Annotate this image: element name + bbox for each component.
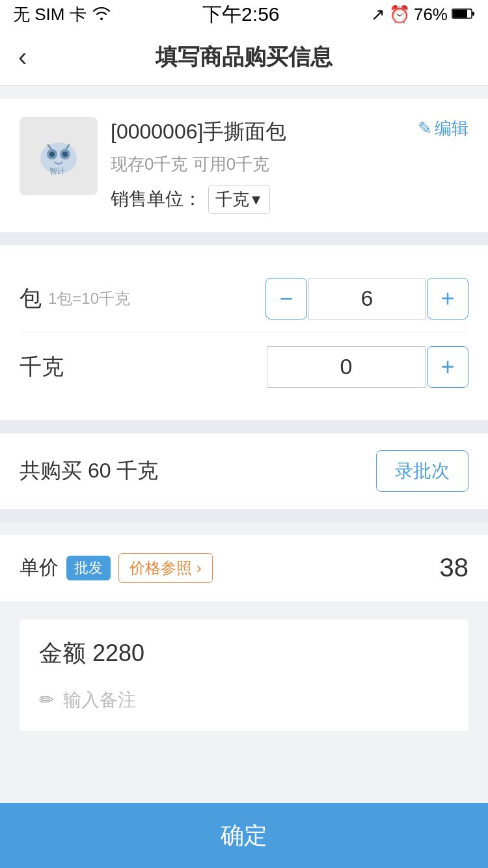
svg-rect-1 xyxy=(453,10,467,18)
kg-controls: + xyxy=(267,346,468,388)
battery-icon xyxy=(452,5,475,25)
confirm-button[interactable]: 确定 xyxy=(0,803,488,868)
price-ref-button[interactable]: 价格参照 › xyxy=(118,553,213,583)
dropdown-icon: ▾ xyxy=(252,189,260,210)
product-name: [0000006]手撕面包 xyxy=(111,117,468,146)
alarm-icon: ⏰ xyxy=(389,5,410,25)
svg-rect-2 xyxy=(472,12,474,16)
section-divider-1 xyxy=(0,232,488,245)
product-card: 智计 [0000006]手撕面包 现存0千克 可用0千克 销售单位： 千克 ▾ … xyxy=(0,99,488,232)
status-left: 无 SIM 卡 xyxy=(13,3,111,26)
bag-minus-button[interactable]: − xyxy=(265,278,307,319)
kg-input-row: 千克 + xyxy=(20,333,468,401)
product-unit-row: 销售单位： 千克 ▾ xyxy=(111,185,468,214)
price-row: 单价 批发 价格参照 › 38 xyxy=(20,553,468,583)
edit-button[interactable]: ✎ 编辑 xyxy=(418,117,468,140)
page-title: 填写商品购买信息 xyxy=(156,42,332,72)
bag-label: 包 xyxy=(20,284,42,314)
back-button[interactable]: ‹ xyxy=(18,42,27,72)
amount-text: 金额 2280 xyxy=(39,640,144,666)
price-value: 38 xyxy=(440,553,469,582)
summary-text: 共购买 60 千克 xyxy=(20,457,158,485)
batch-button[interactable]: 录批次 xyxy=(376,450,468,492)
unit-select[interactable]: 千克 ▾ xyxy=(208,185,270,214)
wifi-icon xyxy=(92,5,111,25)
summary-row: 共购买 60 千克 录批次 xyxy=(0,433,488,509)
bag-input-row: 包 1包=10千克 − + xyxy=(20,265,468,333)
battery-percent: 76% xyxy=(414,5,448,25)
status-time: 下午2:56 xyxy=(202,1,279,28)
kg-plus-button[interactable]: + xyxy=(427,346,468,388)
price-tag: 批发 xyxy=(66,556,111,580)
svg-text:智计: 智计 xyxy=(49,167,65,176)
product-image: 智计 xyxy=(20,117,98,195)
amount-section: 金额 2280 ✏ 输入备注 xyxy=(0,601,488,731)
price-label: 单价 xyxy=(20,554,59,581)
confirm-button-label: 确定 xyxy=(221,820,267,852)
amount-row: 金额 2280 xyxy=(20,619,468,688)
svg-point-7 xyxy=(62,152,68,157)
unit-label: 销售单位： xyxy=(111,187,202,211)
kg-label: 千克 xyxy=(20,352,64,382)
price-section: 单价 批发 价格参照 › 38 xyxy=(0,535,488,601)
bag-plus-button[interactable]: + xyxy=(427,278,468,319)
product-stock: 现存0千克 可用0千克 xyxy=(111,153,468,176)
location-icon: ↗ xyxy=(371,5,385,25)
kg-quantity-input[interactable] xyxy=(267,346,426,388)
bag-controls: − + xyxy=(265,278,468,319)
note-icon: ✏ xyxy=(39,689,54,711)
section-divider-3 xyxy=(0,509,488,522)
input-section: 包 1包=10千克 − + 千克 + xyxy=(0,245,488,420)
section-divider-2 xyxy=(0,420,488,433)
bag-sub: 1包=10千克 xyxy=(48,288,130,309)
note-row[interactable]: ✏ 输入备注 xyxy=(20,688,468,731)
bag-quantity-input[interactable] xyxy=(308,278,426,319)
note-placeholder: 输入备注 xyxy=(63,688,136,712)
svg-point-6 xyxy=(49,152,55,157)
status-right: ↗ ⏰ 76% xyxy=(371,5,475,25)
product-info: [0000006]手撕面包 现存0千克 可用0千克 销售单位： 千克 ▾ xyxy=(111,117,468,214)
nav-bar: ‹ 填写商品购买信息 xyxy=(0,29,488,86)
sim-status: 无 SIM 卡 xyxy=(13,3,87,26)
status-bar: 无 SIM 卡 下午2:56 ↗ ⏰ 76% xyxy=(0,0,488,29)
edit-icon: ✎ xyxy=(418,118,432,139)
